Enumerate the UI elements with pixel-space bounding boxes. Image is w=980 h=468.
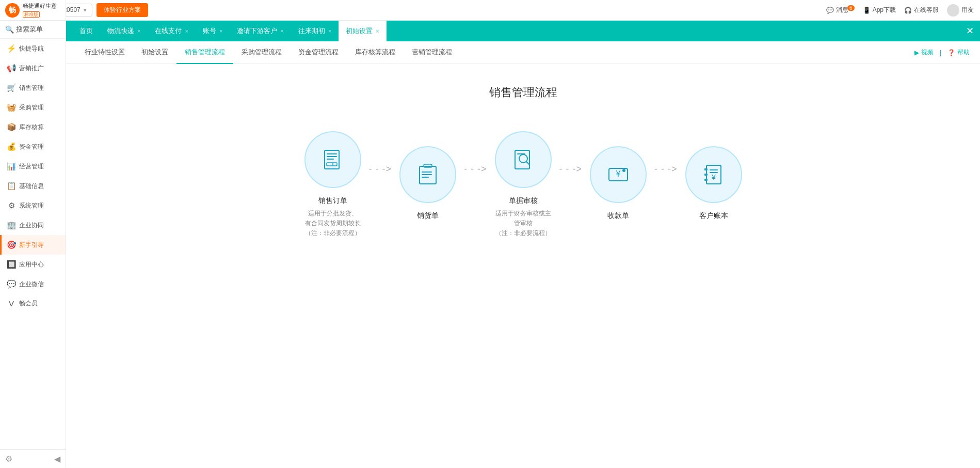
svg-rect-2 bbox=[327, 156, 337, 157]
sub-tab-资金管理流程[interactable]: 资金管理流程 bbox=[290, 41, 347, 64]
sidebar-item-weixin[interactable]: 💬企业微信 bbox=[0, 274, 66, 294]
nav-tab-账号[interactable]: 账号× bbox=[196, 21, 230, 41]
nav-tab-初始设置[interactable]: 初始设置× bbox=[339, 21, 386, 41]
sidebar-label-caigou: 采购管理 bbox=[19, 103, 44, 112]
sidebar-item-jichu[interactable]: 📋基础信息 bbox=[0, 176, 66, 196]
app-download-item[interactable]: 📱 App下载 bbox=[863, 6, 896, 14]
sidebar-label-xinshou: 新手引导 bbox=[19, 241, 44, 249]
sidebar-icon-kuaijie: ⚡ bbox=[7, 44, 16, 53]
nav-tab-首页[interactable]: 首页 bbox=[72, 21, 100, 41]
process-circle-0 bbox=[304, 131, 361, 188]
sidebar-icon-yingyong: 🔲 bbox=[7, 260, 16, 269]
sidebar-item-yingyong[interactable]: 🔲应用中心 bbox=[0, 255, 66, 274]
sub-tab-销售管理流程[interactable]: 销售管理流程 bbox=[176, 41, 233, 64]
nav-tabs-bar: 首页物流快递×在线支付×账号×邀请下游客户×往来期初×初始设置×✕ bbox=[66, 21, 980, 41]
sidebar-label-zijin: 资金管理 bbox=[19, 143, 44, 151]
sidebar-item-yingxiao[interactable]: 📢营销推广 bbox=[0, 58, 66, 78]
svg-rect-14 bbox=[517, 153, 525, 154]
nav-tab-close[interactable]: × bbox=[137, 28, 140, 34]
gear-icon[interactable]: ⚙ bbox=[5, 454, 12, 464]
logo-title: 畅捷通好生意 bbox=[23, 2, 57, 9]
chevron-down-icon: ▼ bbox=[83, 7, 88, 13]
sidebar-label-xiaoshou: 销售管理 bbox=[19, 84, 44, 92]
sub-tab-库存核算流程[interactable]: 库存核算流程 bbox=[347, 41, 404, 64]
sidebar-item-kuaijie[interactable]: ⚡快捷导航 bbox=[0, 39, 66, 58]
top-header: 用户690企业1660120507 ▼ 体验行业方案 💬 消息 6 📱 App下… bbox=[0, 0, 980, 21]
sidebar-label-weixin: 企业微信 bbox=[19, 280, 44, 289]
sub-tabs: 行业特性设置初始设置销售管理流程采购管理流程资金管理流程库存核算流程营销管理流程… bbox=[66, 41, 980, 64]
sidebar-item-xitong[interactable]: ⚙系统管理 bbox=[0, 196, 66, 215]
sidebar: 畅 畅捷通好生意 标准版 🔍 搜索菜单 ⚡快捷导航📢营销推广🛒销售管理🧺采购管理… bbox=[0, 0, 66, 468]
step-name-3: 收款单 bbox=[607, 211, 629, 221]
svg-rect-4 bbox=[327, 163, 337, 166]
svg-text:¥: ¥ bbox=[711, 173, 716, 181]
sub-tab-营销管理流程[interactable]: 营销管理流程 bbox=[404, 41, 460, 64]
main-content: 行业特性设置初始设置销售管理流程采购管理流程资金管理流程库存核算流程营销管理流程… bbox=[66, 41, 980, 468]
process-step-2[interactable]: 单据审核 适用于财务审核或主管审核（注：非必要流程） bbox=[482, 131, 565, 239]
nav-tab-close[interactable]: × bbox=[376, 28, 379, 34]
svg-rect-3 bbox=[327, 159, 334, 160]
sidebar-item-qiye[interactable]: 🏢企业协同 bbox=[0, 215, 66, 235]
sidebar-icon-jichu: 📋 bbox=[7, 181, 16, 191]
sidebar-label-jichu: 基础信息 bbox=[19, 182, 44, 191]
message-icon: 💬 bbox=[826, 7, 834, 14]
sidebar-icon-jingying: 📊 bbox=[7, 162, 16, 171]
sidebar-icon-caigou: 🧺 bbox=[7, 103, 16, 112]
sidebar-item-zijin[interactable]: 💰资金管理 bbox=[0, 137, 66, 157]
step-desc-2: 适用于财务审核或主管审核（注：非必要流程） bbox=[495, 209, 551, 239]
sidebar-item-kucun[interactable]: 📦库存核算 bbox=[0, 117, 66, 137]
svg-rect-10 bbox=[422, 177, 429, 178]
sidebar-search[interactable]: 🔍 搜索菜单 bbox=[0, 21, 66, 39]
divider: | bbox=[940, 49, 941, 56]
sidebar-item-xinshou[interactable]: 🎯新手引导 bbox=[0, 235, 66, 255]
sub-tab-采购管理流程[interactable]: 采购管理流程 bbox=[233, 41, 290, 64]
sub-tabs-right: ▶ 视频 | ❓ 帮助 bbox=[914, 48, 970, 57]
sidebar-icon-weixin: 💬 bbox=[7, 279, 16, 289]
user-avatar-item[interactable]: 用友 bbox=[947, 4, 974, 17]
nav-tab-close[interactable]: × bbox=[328, 28, 331, 34]
help-item[interactable]: ❓ 帮助 bbox=[947, 48, 970, 57]
video-label: 视频 bbox=[921, 48, 934, 57]
sidebar-item-xiaoshou[interactable]: 🛒销售管理 bbox=[0, 78, 66, 98]
nav-tab-往来期初[interactable]: 往来期初× bbox=[291, 21, 339, 41]
sidebar-item-jingying[interactable]: 📊经营管理 bbox=[0, 157, 66, 176]
step-name-0: 销售订单 bbox=[318, 196, 347, 206]
nav-tab-close[interactable]: × bbox=[219, 28, 222, 34]
process-step-4[interactable]: ¥ 客户账本 bbox=[672, 146, 755, 224]
help-icon: ❓ bbox=[947, 49, 955, 56]
nav-tab-label: 往来期初 bbox=[298, 26, 325, 36]
svg-rect-22 bbox=[710, 169, 718, 170]
process-circle-1 bbox=[399, 146, 456, 203]
trial-button[interactable]: 体验行业方案 bbox=[97, 3, 148, 17]
sidebar-item-huiyuan[interactable]: V畅会员 bbox=[0, 294, 66, 313]
sidebar-nav: ⚡快捷导航📢营销推广🛒销售管理🧺采购管理📦库存核算💰资金管理📊经营管理📋基础信息… bbox=[0, 39, 66, 449]
user-name: 用友 bbox=[961, 6, 974, 14]
process-step-3[interactable]: ¥ 收款单 bbox=[577, 146, 660, 224]
nav-tab-在线支付[interactable]: 在线支付× bbox=[148, 21, 195, 41]
process-step-1[interactable]: 销货单 bbox=[387, 146, 469, 224]
service-item[interactable]: 🎧 在线客服 bbox=[904, 6, 939, 14]
service-label: 在线客服 bbox=[914, 6, 939, 14]
nav-tab-close[interactable]: × bbox=[280, 28, 283, 34]
nav-tab-label: 邀请下游客户 bbox=[237, 26, 277, 36]
message-item[interactable]: 💬 消息 6 bbox=[826, 6, 855, 14]
nav-tab-物流快递[interactable]: 物流快递× bbox=[100, 21, 148, 41]
video-item[interactable]: ▶ 视频 bbox=[914, 48, 934, 57]
process-step-0[interactable]: 销售订单 适用于分批发货、有合同发货周期较长（注：非必要流程） bbox=[292, 131, 374, 239]
close-all-tabs[interactable]: ✕ bbox=[966, 25, 974, 37]
collapse-icon[interactable]: ◀ bbox=[54, 454, 60, 464]
svg-text:¥: ¥ bbox=[616, 169, 621, 178]
sidebar-label-kuaijie: 快捷导航 bbox=[19, 44, 44, 53]
sidebar-logo: 畅 畅捷通好生意 标准版 bbox=[0, 0, 66, 21]
help-label: 帮助 bbox=[957, 48, 970, 57]
nav-tab-label: 在线支付 bbox=[155, 26, 182, 36]
sidebar-item-caigou[interactable]: 🧺采购管理 bbox=[0, 98, 66, 117]
nav-tab-label: 物流快递 bbox=[107, 26, 134, 36]
nav-tab-close[interactable]: × bbox=[185, 28, 188, 34]
nav-tab-邀请下游客户[interactable]: 邀请下游客户× bbox=[230, 21, 291, 41]
sub-tab-行业特性设置[interactable]: 行业特性设置 bbox=[76, 41, 133, 64]
step-desc-0: 适用于分批发货、有合同发货周期较长（注：非必要流程） bbox=[305, 209, 361, 239]
logo-text-block: 畅捷通好生意 标准版 bbox=[23, 2, 57, 18]
sidebar-label-jingying: 经营管理 bbox=[19, 162, 44, 171]
sub-tab-初始设置[interactable]: 初始设置 bbox=[133, 41, 176, 64]
